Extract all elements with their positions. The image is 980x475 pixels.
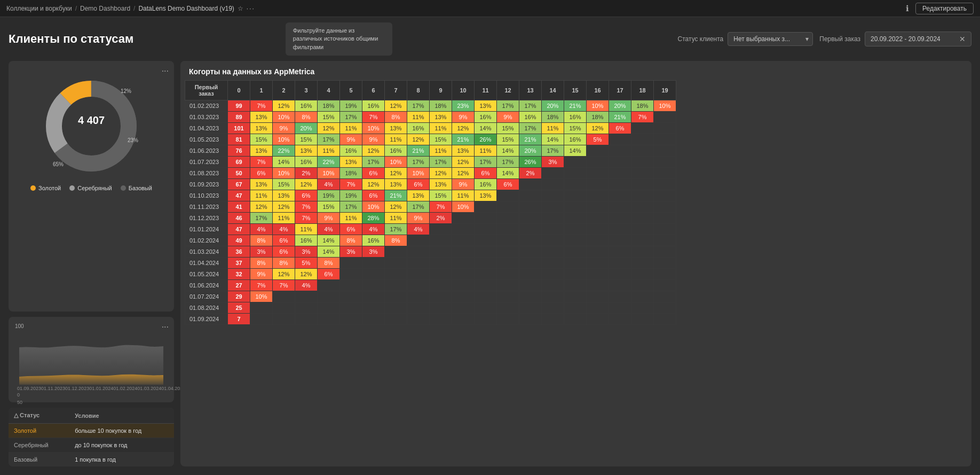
cohort-cell-5-16 [609, 157, 631, 168]
cohort-cell-4-12: 20% [519, 145, 542, 157]
cohort-cell-4-1: 22% [273, 145, 295, 157]
table-row: 01.04.2024378%8%5%8% [185, 258, 676, 269]
cohort-cell-5-13: 3% [542, 157, 564, 168]
cohort-cell-0-2: 16% [295, 100, 318, 112]
cohort-cell-1-8: 13% [430, 112, 452, 123]
cohort-cell-7-1: 15% [273, 179, 295, 190]
cohort-cell-8-6: 21% [385, 190, 407, 201]
cohort-cell-9-6: 12% [385, 201, 407, 213]
breadcrumb-collections[interactable]: Коллекции и воркбуки [6, 5, 72, 12]
cohort-cell-10-9 [452, 213, 475, 224]
cohort-count-7: 67 [228, 179, 250, 190]
cohort-cell-13-2: 3% [295, 246, 318, 258]
date-range-input[interactable]: 20.09.2022 - 20.09.2024 ✕ [865, 32, 971, 46]
cohort-count-0: 99 [228, 100, 250, 112]
cohort-date-19: 01.09.2024 [185, 314, 228, 325]
cohort-cell-3-1: 10% [273, 134, 295, 145]
cohort-cell-0-12: 17% [519, 100, 542, 112]
cohort-cell-18-6 [385, 302, 407, 314]
status-select-wrapper[interactable]: Нет выбранных з... [728, 32, 813, 46]
cohort-cell-13-1: 6% [273, 246, 295, 258]
donut-card-menu[interactable]: ··· [162, 66, 169, 76]
legend-gold-label: Золотой [38, 185, 61, 191]
cohort-cell-2-0: 13% [250, 123, 273, 134]
cohort-cell-12-18 [654, 235, 676, 246]
cohort-cell-13-6 [385, 246, 407, 258]
cohort-cell-8-4: 19% [340, 190, 362, 201]
cohort-cell-7-5: 12% [362, 179, 385, 190]
cohort-cell-6-14 [564, 168, 587, 179]
cohort-cell-7-0: 13% [250, 179, 273, 190]
more-icon[interactable]: ··· [247, 5, 255, 12]
cohort-date-15: 01.05.2024 [185, 269, 228, 280]
breadcrumb-demo[interactable]: Demo Dashboard [80, 5, 130, 12]
table-row: 01.02.2023997%12%16%18%19%16%12%17%18%23… [185, 100, 676, 112]
cohort-cell-1-16: 21% [609, 112, 631, 123]
cohort-cell-0-14: 21% [564, 100, 587, 112]
cohort-cell-14-18 [654, 258, 676, 269]
cohort-cell-3-9: 21% [452, 134, 475, 145]
cohort-date-6: 01.08.2023 [185, 168, 228, 179]
date-clear-icon[interactable]: ✕ [959, 35, 966, 43]
cohort-cell-17-3 [318, 291, 340, 302]
cohort-count-4: 76 [228, 145, 250, 157]
cohort-cell-13-8 [430, 246, 452, 258]
info-icon[interactable]: ℹ [906, 4, 909, 13]
cohort-cell-5-2: 16% [295, 157, 318, 168]
cohort-cell-11-1: 4% [273, 224, 295, 235]
cohort-cell-6-13 [542, 168, 564, 179]
cohort-count-11: 47 [228, 224, 250, 235]
cohort-col-7: 7 [385, 81, 407, 100]
cohort-col-10: 10 [452, 81, 475, 100]
cohort-cell-15-8 [430, 269, 452, 280]
breadcrumb-sep-1: / [75, 5, 77, 12]
cohort-cell-4-8: 11% [430, 145, 452, 157]
edit-button[interactable]: Редактировать [915, 3, 974, 14]
cohort-cell-8-17 [631, 190, 654, 201]
cohort-cell-10-2: 7% [295, 213, 318, 224]
cohort-cell-9-8: 7% [430, 201, 452, 213]
cohort-cell-17-18 [654, 291, 676, 302]
table-row: 01.03.2024363%6%3%14%3%3% [185, 246, 676, 258]
table-row: 01.07.2023697%14%16%22%13%17%10%17%17%12… [185, 157, 676, 168]
legend-basic: Базовый [121, 185, 152, 191]
star-icon[interactable]: ☆ [238, 5, 243, 12]
area-card-menu[interactable]: ··· [162, 322, 169, 332]
cohort-cell-16-2: 4% [295, 280, 318, 291]
cohort-cell-10-11 [497, 213, 519, 224]
cohort-cell-12-3: 14% [318, 235, 340, 246]
cohort-cell-12-4: 8% [340, 235, 362, 246]
cohort-cell-10-8: 2% [430, 213, 452, 224]
cohort-date-18: 01.08.2024 [185, 302, 228, 314]
cohort-cell-2-3: 12% [318, 123, 340, 134]
cohort-count-9: 41 [228, 201, 250, 213]
cohort-cell-8-2: 6% [295, 190, 318, 201]
page-title: Клиенты по статусам [9, 32, 277, 46]
breadcrumb-current[interactable]: DataLens Demo Dashboard (v19) [138, 5, 234, 12]
cohort-cell-18-17 [631, 302, 654, 314]
cohort-cell-8-3: 19% [318, 190, 340, 201]
cohort-cell-9-15 [587, 201, 609, 213]
cohort-cell-19-12 [519, 314, 542, 325]
cohort-cell-3-6: 11% [385, 134, 407, 145]
cohort-date-5: 01.07.2023 [185, 157, 228, 168]
status-select[interactable]: Нет выбранных з... [728, 32, 813, 46]
cohort-cell-8-8: 15% [430, 190, 452, 201]
cohort-cell-11-9 [452, 224, 475, 235]
cohort-cell-13-7 [407, 246, 430, 258]
cohort-cell-11-10 [475, 224, 497, 235]
donut-svg: 4 407 12% 23% 65% [38, 73, 145, 180]
status-gold: Золотой [9, 424, 69, 438]
cohort-date-10: 01.12.2023 [185, 213, 228, 224]
cohort-cell-17-4 [340, 291, 362, 302]
cohort-cell-6-10: 6% [475, 168, 497, 179]
status-basic: Базовый [9, 453, 69, 467]
cohort-cell-3-3: 17% [318, 134, 340, 145]
cohort-cell-2-15: 12% [587, 123, 609, 134]
cohort-table-wrapper: Первыйзаказ01234567891011121314151617181… [180, 80, 971, 329]
area-chart-svg [19, 331, 163, 385]
cohort-cell-16-6 [385, 280, 407, 291]
left-panel: ··· 4 407 [9, 61, 174, 466]
cohort-cell-6-17 [631, 168, 654, 179]
cohort-cell-2-11: 15% [497, 123, 519, 134]
